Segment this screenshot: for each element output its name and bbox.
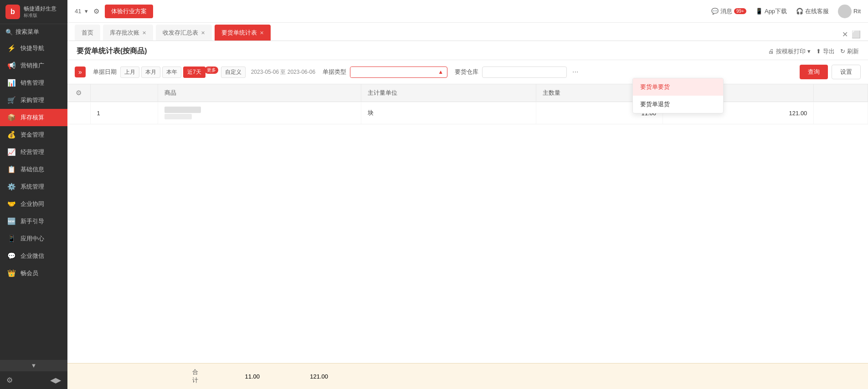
- guide-icon: 🆕: [7, 217, 16, 225]
- export-button[interactable]: ⬆ 导出: [816, 47, 835, 56]
- sidebar-item-basics-label: 基础信息: [21, 165, 44, 174]
- footer-quantity: 11.00: [196, 373, 260, 380]
- promo-button[interactable]: 体验行业方案: [105, 5, 153, 18]
- filter-expand-icon: »: [78, 68, 82, 76]
- type-dropdown: 要货单要货 要货单退货: [632, 78, 724, 113]
- page-title: 要货单统计表(按商品): [77, 46, 147, 56]
- dropdown-item-requisition-return[interactable]: 要货单退货: [633, 96, 723, 113]
- filter-warehouse-input[interactable]: [482, 67, 567, 78]
- sidebar-item-purchase[interactable]: 🛒 采购管理: [0, 92, 67, 109]
- finance-icon: 💰: [7, 131, 16, 139]
- online-service-icon: 🎧: [796, 8, 803, 15]
- settings-button[interactable]: 设置: [832, 65, 861, 79]
- filter-warehouse-label: 要货仓库: [455, 68, 478, 76]
- filter-date-label: 单据日期: [93, 68, 117, 76]
- sidebar-logo: b 畅捷通好生意 标准版: [0, 0, 67, 24]
- sidebar-item-guide[interactable]: 🆕 新手引导: [0, 213, 67, 230]
- refresh-icon: ↻: [840, 48, 845, 55]
- topbar-dropdown-arrow[interactable]: ▾: [85, 8, 88, 15]
- refresh-button[interactable]: ↻ 刷新: [840, 47, 859, 56]
- sidebar-item-finance[interactable]: 💰 资金管理: [0, 126, 67, 143]
- sidebar-item-operations[interactable]: 📈 经营管理: [0, 143, 67, 161]
- tabbar-expand-icon[interactable]: ⬜: [852, 30, 861, 39]
- collapse-icon[interactable]: ◀▶: [50, 376, 61, 384]
- table-cell-checkbox: [67, 102, 90, 124]
- filter-more-button[interactable]: ···: [572, 68, 578, 76]
- print-dropdown-icon[interactable]: ▾: [807, 48, 811, 55]
- export-label: 导出: [823, 47, 835, 56]
- dropdown-item-requisition-order[interactable]: 要货单要货: [633, 78, 723, 96]
- topbar-right: 💬 消息 99+ 📱 App下载 🎧 在线客服 Rit: [711, 5, 861, 18]
- sidebar-item-sales[interactable]: 📊 销售管理: [0, 74, 67, 92]
- date-chip-last7[interactable]: 近7天: [183, 67, 205, 78]
- table-settings-icon[interactable]: ⚙: [76, 89, 82, 97]
- table-header-extra: [814, 84, 868, 102]
- system-icon: ⚙️: [7, 183, 16, 191]
- tab-receive-summary-label: 收发存汇总表: [163, 29, 198, 37]
- online-service-button[interactable]: 🎧 在线客服: [796, 7, 829, 15]
- tabbar-close-all-icon[interactable]: ✕: [842, 30, 848, 39]
- message-badge: 99+: [734, 8, 746, 14]
- sidebar-item-system-label: 系统管理: [21, 183, 44, 191]
- sidebar-item-quick-nav-label: 快捷导航: [21, 44, 44, 52]
- query-button[interactable]: 查询: [800, 65, 828, 79]
- sidebar-item-wechat[interactable]: 💬 企业微信: [0, 247, 67, 265]
- sidebar-item-inventory-label: 库存核算: [21, 113, 44, 122]
- message-button[interactable]: 💬 消息 99+: [711, 7, 746, 15]
- sidebar-scroll-down[interactable]: ▼: [0, 360, 67, 371]
- quick-nav-icon: ⚡: [7, 44, 16, 52]
- tab-home[interactable]: 首页: [75, 25, 100, 41]
- date-chip-this-year[interactable]: 本年: [162, 67, 181, 78]
- table-header-row: ⚙ 商品 主计量单位 主数量 零售金额: [67, 84, 868, 102]
- sidebar-item-appstore[interactable]: 📱 应用中心: [0, 230, 67, 247]
- sidebar-item-marketing-label: 营销推广: [21, 61, 44, 70]
- table-cell-unit: 块: [361, 102, 536, 124]
- sidebar-item-operations-label: 经营管理: [21, 148, 44, 156]
- app-logo-icon: b: [5, 5, 20, 19]
- topbar-tab-count-group: 41 ▾: [75, 8, 88, 15]
- sidebar-search[interactable]: 🔍 搜索菜单: [0, 24, 67, 40]
- tab-receive-summary-close[interactable]: ✕: [201, 30, 205, 36]
- tab-batch-account-close[interactable]: ✕: [142, 30, 146, 36]
- date-chip-up[interactable]: 上月: [120, 67, 139, 78]
- search-icon: 🔍: [5, 29, 13, 36]
- date-chip-this-month[interactable]: 本月: [141, 67, 160, 78]
- date-chip-custom[interactable]: 自定义: [221, 67, 246, 78]
- sidebar-item-basics[interactable]: 📋 基础信息: [0, 161, 67, 178]
- sidebar-item-system[interactable]: ⚙️ 系统管理: [0, 178, 67, 195]
- app-name: 畅捷通好生意: [24, 5, 56, 13]
- sidebar-item-sales-label: 销售管理: [21, 79, 44, 87]
- table-header-settings[interactable]: ⚙: [67, 84, 90, 102]
- sales-icon: 📊: [7, 79, 16, 87]
- filter-expand-button[interactable]: »: [75, 67, 86, 77]
- sidebar-item-guide-label: 新手引导: [21, 217, 44, 225]
- basics-icon: 📋: [7, 165, 16, 174]
- app-download-button[interactable]: 📱 App下载: [755, 7, 787, 15]
- tab-batch-account[interactable]: 库存批次账 ✕: [103, 25, 153, 41]
- sidebar-item-enterprise[interactable]: 🤝 企业协同: [0, 195, 67, 213]
- sidebar-item-marketing[interactable]: 📢 营销推广: [0, 57, 67, 74]
- marketing-icon: 📢: [7, 61, 16, 70]
- filter-type-dropdown-icon[interactable]: ▲: [434, 69, 447, 75]
- app-download-label: App下载: [765, 7, 787, 15]
- product-code-placeholder: [164, 114, 192, 119]
- date-range-text: 2023-05-06 至 2023-06-06: [251, 68, 315, 76]
- tab-receive-summary[interactable]: 收发存汇总表 ✕: [156, 25, 212, 41]
- print-template-button[interactable]: 🖨 按模板打印 ▾: [768, 47, 811, 56]
- user-profile[interactable]: Rit: [838, 5, 861, 18]
- tab-requisition-stats-close[interactable]: ✕: [260, 30, 264, 36]
- table-cell-product: [158, 102, 361, 124]
- sidebar-item-member[interactable]: 👑 畅会员: [0, 265, 67, 282]
- message-label: 消息: [720, 7, 732, 15]
- topbar-gear-icon[interactable]: ⚙: [93, 7, 99, 15]
- settings-icon[interactable]: ⚙: [6, 376, 13, 384]
- sidebar-item-inventory[interactable]: 📦 库存核算: [0, 109, 67, 126]
- sidebar-item-wechat-label: 企业微信: [21, 252, 44, 260]
- page-header: 要货单统计表(按商品) 🖨 按模板打印 ▾ ⬆ 导出 ↻ 刷新: [67, 41, 868, 60]
- sidebar-item-enterprise-label: 企业协同: [21, 200, 44, 208]
- member-icon: 👑: [7, 269, 16, 277]
- tab-requisition-stats[interactable]: 要货单统计表 ✕: [215, 25, 271, 41]
- filter-type-input[interactable]: [350, 67, 434, 77]
- date-chips: 上月 本月 本年 近7天 更多 自定义: [120, 67, 246, 78]
- sidebar-item-quick-nav[interactable]: ⚡ 快捷导航: [0, 40, 67, 57]
